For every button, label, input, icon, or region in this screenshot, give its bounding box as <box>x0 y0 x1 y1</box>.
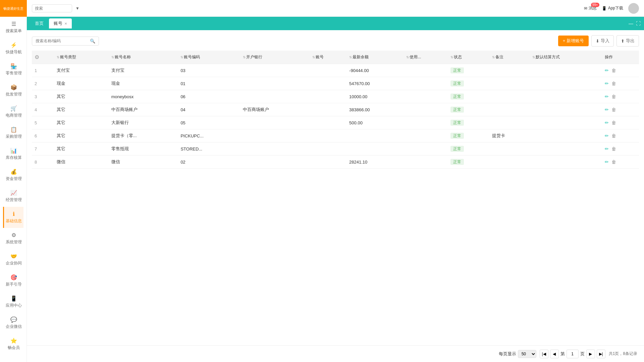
search-box[interactable]: 🔍 <box>32 37 99 46</box>
export-button[interactable]: ⬆ 导出 <box>616 35 639 47</box>
col-settlement[interactable]: ⇅默认结算方式 <box>530 51 602 64</box>
cell-status: 正常 <box>448 142 489 156</box>
col-code[interactable]: ⇅账号编码 <box>178 51 240 64</box>
sidebar-item-ecom-mgmt[interactable]: 🛒电商管理 <box>3 101 23 122</box>
col-type[interactable]: ⇅账号类型 <box>54 51 109 64</box>
sidebar-item-quick-nav[interactable]: ⚡快捷导航 <box>3 38 23 59</box>
sidebar-label-finance-mgmt: 资金管理 <box>6 176 22 182</box>
sidebar-item-app-center[interactable]: 📱应用中心 <box>3 291 23 312</box>
sidebar-item-finance-mgmt[interactable]: 💰资金管理 <box>3 165 23 186</box>
cell-action: ✏ 🗑 <box>602 103 639 116</box>
sidebar-item-search-menu[interactable]: ☰搜索菜单 <box>3 17 23 38</box>
topbar-download[interactable]: 📱 App下载 <box>602 5 623 11</box>
maximize-icon[interactable]: ⛶ <box>636 21 641 26</box>
cell-type: 现金 <box>54 77 109 90</box>
edit-icon[interactable]: ✏ <box>605 68 609 73</box>
cell-action: ✏ 🗑 <box>602 156 639 169</box>
delete-icon[interactable]: 🗑 <box>611 159 616 165</box>
tab-accounts[interactable]: 账号 ✕ <box>49 18 72 28</box>
cell-num: 4 <box>32 103 54 116</box>
import-button[interactable]: ⬇ 导入 <box>591 35 614 47</box>
cell-num: 3 <box>32 90 54 103</box>
download-label: App下载 <box>608 5 623 11</box>
cell-bank <box>240 116 310 129</box>
page-prev-button[interactable]: ◀ <box>550 350 559 358</box>
topbar: ▼ ✉ 消息 99+ 📱 App下载 <box>27 0 644 17</box>
page-last-button[interactable]: ▶| <box>597 350 605 358</box>
tab-home[interactable]: 首页 <box>30 18 48 28</box>
cell-note <box>489 103 530 116</box>
edit-icon[interactable]: ✏ <box>605 120 609 125</box>
edit-icon[interactable]: ✏ <box>605 146 609 152</box>
sidebar-icon-app-center: 📱 <box>10 295 17 302</box>
sidebar-item-sys-mgmt[interactable]: ⚙系统管理 <box>3 228 23 249</box>
col-gear[interactable]: ⚙ <box>32 51 54 64</box>
cell-bank <box>240 77 310 90</box>
sidebar-label-basic-info: 基础信息 <box>6 218 22 224</box>
sidebar-item-retail-mgmt[interactable]: 🏪零售管理 <box>3 59 23 80</box>
sidebar-item-guide[interactable]: 🎯新手引导 <box>3 270 23 291</box>
import-label: 导入 <box>601 38 609 44</box>
sidebar-item-purchase-mgmt[interactable]: 📋采购管理 <box>3 122 23 143</box>
cell-num: 7 <box>32 142 54 156</box>
tab-close-icon[interactable]: ✕ <box>64 22 67 25</box>
minimize-icon[interactable]: — <box>629 21 633 26</box>
col-balance[interactable]: ⇅最新余额 <box>346 51 404 64</box>
sidebar-item-vip[interactable]: ⭐畅会员 <box>3 334 23 355</box>
delete-icon[interactable]: 🗑 <box>611 81 616 86</box>
cell-account <box>310 156 346 169</box>
cell-name: 大新银行 <box>109 116 178 129</box>
delete-icon[interactable]: 🗑 <box>611 68 616 73</box>
topbar-search-input[interactable] <box>32 4 72 12</box>
search-input[interactable] <box>36 39 90 43</box>
edit-icon[interactable]: ✏ <box>605 159 609 165</box>
edit-icon[interactable]: ✏ <box>605 133 609 138</box>
sidebar-label-search-menu: 搜索菜单 <box>6 28 22 34</box>
per-page-select[interactable]: 50 20 100 <box>518 350 536 358</box>
sidebar-item-wecom[interactable]: 💬企业微信 <box>3 312 23 334</box>
delete-icon[interactable]: 🗑 <box>611 133 616 138</box>
add-account-button[interactable]: + 新增账号 <box>558 36 589 46</box>
topbar-dropdown[interactable]: ▼ <box>75 6 79 11</box>
cell-settlement <box>530 103 602 116</box>
topbar-message[interactable]: ✉ 消息 99+ <box>584 5 597 11</box>
sidebar-icon-vip: ⭐ <box>10 338 17 344</box>
gear-icon[interactable]: ⚙ <box>35 54 39 60</box>
col-name[interactable]: ⇅账号名称 <box>109 51 178 64</box>
page-first-button[interactable]: |◀ <box>540 350 548 358</box>
edit-icon[interactable]: ✏ <box>605 94 609 99</box>
sidebar-label-retail-mgmt: 零售管理 <box>6 70 22 76</box>
cell-status: 正常 <box>448 77 489 90</box>
sidebar-item-ops-mgmt[interactable]: 📈经营管理 <box>3 186 23 207</box>
edit-icon[interactable]: ✏ <box>605 81 609 86</box>
col-status[interactable]: ⇅状态 <box>448 51 489 64</box>
col-account[interactable]: ⇅账号 <box>310 51 346 64</box>
cell-balance: 547670.00 <box>346 77 404 90</box>
delete-icon[interactable]: 🗑 <box>611 120 616 125</box>
cell-name: 中百商场账户 <box>109 103 178 116</box>
delete-icon[interactable]: 🗑 <box>611 94 616 99</box>
sidebar-item-wholesale-mgmt[interactable]: 📦批发管理 <box>3 80 23 101</box>
cell-usage <box>404 90 448 103</box>
cell-type: 支付宝 <box>54 64 109 77</box>
cell-note: 提货卡 <box>489 129 530 142</box>
sidebar-item-inventory[interactable]: 📊库存核算 <box>3 143 23 165</box>
page-input[interactable] <box>567 350 579 358</box>
sidebar-item-enterprise[interactable]: 🤝企业协同 <box>3 249 23 270</box>
delete-icon[interactable]: 🗑 <box>611 107 616 112</box>
cell-note <box>489 116 530 129</box>
message-badge: 99+ <box>591 3 599 7</box>
col-bank[interactable]: ⇅开户银行 <box>240 51 310 64</box>
col-note[interactable]: ⇅备注 <box>489 51 530 64</box>
cell-account <box>310 64 346 77</box>
sidebar-item-basic-info[interactable]: ℹ基础信息 <box>3 207 23 228</box>
cell-status: 正常 <box>448 129 489 142</box>
user-avatar[interactable] <box>628 3 639 14</box>
accounts-table: ⚙ ⇅账号类型 ⇅账号名称 ⇅账号编码 ⇅开户银行 ⇅账号 ⇅最新余额 ⇅使用.… <box>32 51 639 169</box>
delete-icon[interactable]: 🗑 <box>611 146 616 152</box>
status-badge: 正常 <box>450 94 464 100</box>
import-icon: ⬇ <box>596 39 599 44</box>
edit-icon[interactable]: ✏ <box>605 107 609 112</box>
page-next-button[interactable]: ▶ <box>586 350 595 358</box>
col-usage[interactable]: ⇅使用... <box>404 51 448 64</box>
